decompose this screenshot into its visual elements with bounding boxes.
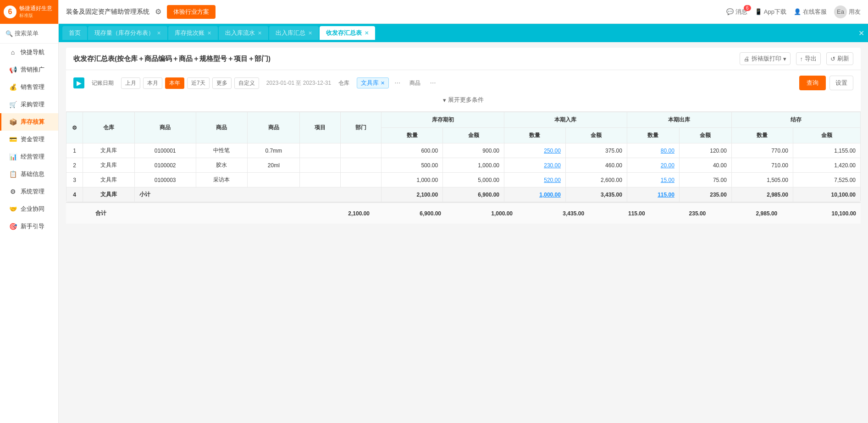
app-download-button[interactable]: 📱 App下载 [755, 8, 786, 16]
warehouse-tag-close[interactable]: ✕ [381, 80, 385, 86]
row-out-qty[interactable]: 15.00 [627, 173, 679, 187]
export-button[interactable]: ↑ 导出 [796, 52, 821, 65]
print-icon: 🖨 [744, 55, 750, 62]
row-product-name: 采访本 [196, 173, 248, 187]
row-product-code: 0100001 [134, 143, 196, 158]
subtotal-closing-amt: 10,100.00 [793, 187, 860, 202]
tab-home[interactable]: 首页 [62, 26, 87, 40]
row-opening-qty: 500.00 [381, 158, 443, 173]
tab-inventory-dist[interactable]: 现存量（库存分布表） ✕ [88, 26, 167, 40]
basic-icon: 📋 [9, 170, 17, 178]
page-title-bar: 收发存汇总表(按仓库＋商品编码＋商品＋规格型号＋项目＋部门) 🖨 拆裱版打印 ▾… [66, 48, 861, 70]
print-dropdown-icon: ▾ [783, 55, 786, 62]
row-department [341, 143, 381, 158]
warehouse-filter-dots[interactable]: ··· [393, 79, 402, 87]
query-button[interactable]: 查询 [799, 76, 826, 90]
search-button[interactable]: 🔍 搜索菜单 [4, 27, 55, 39]
row-no: 3 [66, 173, 83, 187]
row-product-code: 0100002 [134, 158, 196, 173]
service-label: 在线客服 [803, 8, 827, 16]
row-in-qty[interactable]: 250.00 [504, 143, 566, 158]
sidebar-item-sales[interactable]: 💰 销售管理 [0, 78, 58, 96]
purchase-icon: 🛒 [9, 101, 17, 108]
sidebar-item-quick-nav[interactable]: ⌂ 快捷导航 [0, 44, 58, 61]
row-out-qty[interactable]: 80.00 [627, 143, 679, 158]
total-in-qty: 1,000.00 [446, 207, 517, 220]
row-department [341, 173, 381, 187]
tab-in-out-summary-label: 出入库汇总 [276, 29, 305, 37]
date-btn-more[interactable]: 更多 [212, 77, 232, 89]
tab-batch-ledger[interactable]: 库存批次账 ✕ [168, 26, 218, 40]
total-empty3 [156, 207, 193, 220]
settings-small-button[interactable]: 设置 [829, 76, 853, 90]
tab-in-out-summary[interactable]: 出入库汇总 ✕ [269, 26, 319, 40]
data-table: ⚙ 仓库 商品 商品 商品 项目 部门 库存期初 本期入库 本期出库 结存 数量 [66, 112, 861, 202]
subtotal-row: 4 文具库 小计 2,100.00 6,900.00 1,000.00 3,43… [66, 187, 861, 202]
row-out-qty[interactable]: 20.00 [627, 158, 679, 173]
settings-icon[interactable]: ⚙ [155, 7, 161, 16]
refresh-button[interactable]: ↺ 刷新 [826, 52, 853, 65]
date-btn-custom[interactable]: 自定义 [234, 77, 259, 89]
online-service-button[interactable]: 👤 在线客服 [794, 8, 827, 16]
sidebar-logo: 6 畅捷通好生意 标准版 [0, 0, 58, 24]
sidebar-item-cooperation[interactable]: 🤝 企业协同 [0, 200, 58, 218]
total-empty6 [266, 207, 303, 220]
sidebar-item-guide[interactable]: 🎯 新手引导 [0, 218, 58, 235]
subtotal-out-qty[interactable]: 115.00 [627, 187, 679, 202]
tab-batch-ledger-close[interactable]: ✕ [207, 30, 211, 36]
sidebar-item-finance[interactable]: 💳 资金管理 [0, 131, 58, 148]
row-in-qty[interactable]: 520.00 [504, 173, 566, 187]
content-area: 收发存汇总表(按仓库＋商品编码＋商品＋规格型号＋项目＋部门) 🖨 拆裱版打印 ▾… [59, 42, 868, 423]
row-opening-qty: 600.00 [381, 143, 443, 158]
row-project [300, 143, 341, 158]
refresh-icon: ↺ [830, 55, 835, 62]
tab-bar-close-all[interactable]: ✕ [858, 29, 864, 38]
total-opening-qty: 2,100.00 [303, 207, 374, 220]
date-btn-7days[interactable]: 近7天 [187, 77, 210, 89]
sidebar-item-marketing[interactable]: 📢 营销推广 [0, 61, 58, 78]
tab-inventory-dist-close[interactable]: ✕ [157, 30, 161, 36]
sidebar-item-label: 库存核算 [21, 118, 44, 126]
sidebar-item-inventory[interactable]: 📦 库存核算 [0, 113, 58, 131]
subtotal-in-qty[interactable]: 1,000.00 [504, 187, 566, 202]
sidebar-item-system[interactable]: ⚙ 系统管理 [0, 183, 58, 200]
date-btn-last-month[interactable]: 上月 [121, 77, 140, 89]
row-in-qty[interactable]: 230.00 [504, 158, 566, 173]
product-filter-dots[interactable]: ··· [428, 79, 437, 87]
total-table: 合计 2,100.00 6,900.00 1,000.00 3,435.00 1… [66, 207, 861, 220]
sales-icon: 💰 [9, 83, 17, 91]
sidebar-item-purchase[interactable]: 🛒 采购管理 [0, 96, 58, 113]
inventory-icon: 📦 [9, 118, 17, 126]
th-in-amt: 金额 [565, 128, 627, 143]
tab-recv-send-summary-close[interactable]: ✕ [365, 30, 369, 36]
expand-more-conditions[interactable]: ▾ 展开更多条件 [73, 94, 853, 106]
sidebar-item-label: 采购管理 [21, 100, 44, 109]
tab-in-out-flow-close[interactable]: ✕ [258, 30, 262, 36]
th-opening-amt: 金额 [443, 128, 504, 143]
user-menu-button[interactable]: Ea 用友 [834, 5, 861, 18]
tab-in-out-flow[interactable]: 出入库流水 ✕ [219, 26, 268, 40]
tab-recv-send-summary[interactable]: 收发存汇总表 ✕ [320, 26, 375, 40]
sidebar-item-label: 系统管理 [21, 187, 44, 196]
experience-button[interactable]: 体验行业方案 [167, 5, 216, 19]
tab-in-out-summary-close[interactable]: ✕ [308, 30, 312, 36]
th-closing-amt: 金额 [793, 128, 860, 143]
message-button[interactable]: 💬 消息 6 [726, 8, 747, 16]
sidebar-item-basic[interactable]: 📋 基础信息 [0, 165, 58, 183]
header-actions: 💬 消息 6 📱 App下载 👤 在线客服 Ea 用友 [726, 5, 861, 18]
sidebar-item-operation[interactable]: 📊 经营管理 [0, 148, 58, 165]
app-icon: 📱 [755, 8, 762, 15]
subtotal-out-amt: 235.00 [679, 187, 731, 202]
row-warehouse: 文具库 [83, 143, 135, 158]
date-btn-this-month[interactable]: 本月 [143, 77, 162, 89]
row-closing-amt: 7,525.00 [793, 173, 860, 187]
total-empty1 [66, 207, 83, 220]
date-btn-this-year[interactable]: 本年 [165, 77, 184, 89]
th-group-closing: 结存 [731, 112, 860, 128]
row-department [341, 158, 381, 173]
app-label: App下载 [764, 8, 786, 16]
export-label: 导出 [805, 55, 817, 63]
expand-arrow-button[interactable]: ▶ [73, 77, 84, 88]
subtotal-warehouse: 文具库 [83, 187, 135, 202]
print-button[interactable]: 🖨 拆裱版打印 ▾ [740, 52, 791, 65]
